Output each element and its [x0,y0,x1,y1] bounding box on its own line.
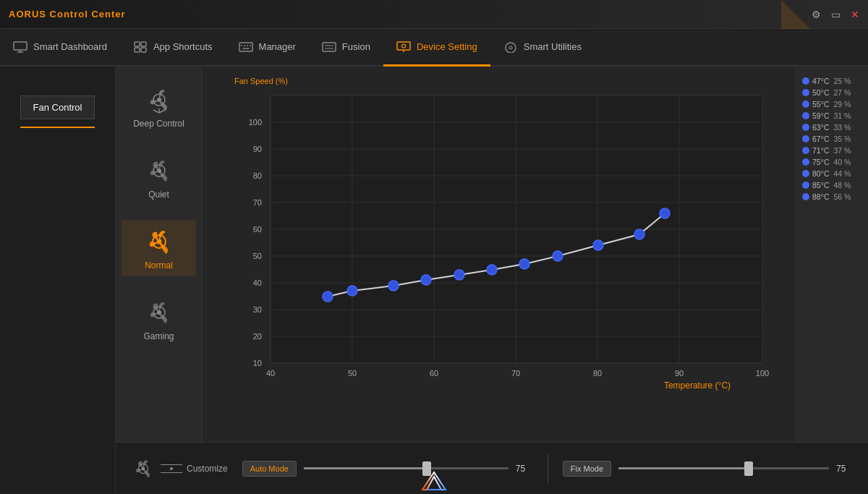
tab-fusion-label: Fusion [342,41,370,52]
point-0 [323,291,333,302]
legend-item-0: 47°C 25 % [802,77,862,85]
svg-line-25 [159,110,165,113]
point-7 [553,251,563,261]
legend-temp-8: 80°C [812,169,829,178]
svg-point-69 [142,467,145,470]
legend-item-4: 63°C 33 % [802,123,862,132]
svg-text:90: 90 [675,369,684,378]
svg-text:50: 50 [348,369,357,378]
svg-point-31 [157,310,161,315]
legend-dot-6 [802,147,809,154]
main-layout: Fan Control [0,67,868,494]
point-10 [660,208,670,218]
keyboard-icon [239,41,253,53]
legend-item-10: 88°C 56 % [802,192,862,201]
legend-speed-2: 29 % [833,100,851,108]
svg-text:100: 100 [756,369,769,378]
fan-mode-quiet[interactable]: Quiet [122,149,196,205]
point-2 [388,281,399,291]
fix-mode-button[interactable]: Fix Mode [563,461,611,477]
legend-speed-7: 40 % [833,158,851,166]
svg-point-19 [506,43,516,53]
legend-speed-0: 25 % [833,77,851,85]
legend-item-5: 67°C 35 % [802,135,862,143]
content-area: Deep Control Quiet [116,67,868,494]
svg-text:50: 50 [253,252,262,260]
tab-smart-utilities-label: Smart Utilities [524,41,582,52]
legend-temp-9: 85°C [812,181,829,189]
svg-text:10: 10 [253,359,262,367]
tab-device-setting-label: Device Setting [417,41,477,52]
sidebar-underline [20,127,95,128]
legend-dot-4 [802,124,809,131]
legend-item-8: 80°C 44 % [802,169,862,178]
svg-text:Temperature (°C): Temperature (°C) [664,380,731,391]
point-3 [421,275,431,285]
svg-point-22 [157,98,161,102]
point-4 [454,270,464,280]
svg-rect-4 [141,42,146,46]
point-6 [519,259,529,269]
tab-smart-dashboard[interactable]: Smart Dashboard [0,29,120,67]
legend-temp-0: 47°C [812,77,829,85]
bottom-bar: Customize Auto Mode 75 Fix Mode [116,442,868,494]
fix-slider-thumb[interactable] [744,461,753,476]
legend-item-9: 85°C 48 % [802,181,862,189]
fan-mode-deep-control[interactable]: Deep Control [122,78,196,135]
legend-panel: 47°C 25 % 50°C 27 % 55°C 29 % 59°C 31 % [796,67,868,442]
tab-smart-utilities[interactable]: Smart Utilities [490,29,595,67]
legend-temp-6: 71°C [812,146,829,155]
svg-text:40: 40 [253,278,262,287]
fix-mode-slider[interactable] [618,467,829,469]
tab-fusion[interactable]: Fusion [309,29,383,67]
legend-item-7: 75°C 40 % [802,158,862,166]
point-1 [347,286,357,296]
svg-text:60: 60 [253,225,262,234]
monitor2-icon [396,41,411,53]
fan-mode-normal[interactable]: Normal [122,220,196,276]
legend-temp-3: 59°C [812,111,829,120]
legend-speed-8: 44 % [833,169,851,178]
auto-mode-value: 75 [516,464,533,474]
legend-dot-10 [802,193,809,200]
svg-rect-0 [14,42,27,50]
tab-smart-dashboard-label: Smart Dashboard [33,41,107,52]
settings-icon[interactable]: ⚙ [812,9,821,20]
chart-section: Fan Speed (%) [203,67,796,442]
svg-text:30: 30 [253,305,262,314]
fan-mode-panel: Deep Control Quiet [116,67,203,442]
legend-dot-2 [802,101,809,108]
tab-device-setting[interactable]: Device Setting [383,29,490,67]
svg-text:80: 80 [593,369,602,378]
legend-speed-6: 37 % [833,146,851,155]
auto-mode-slider[interactable] [304,467,509,469]
legend-dot-1 [802,89,809,96]
auto-mode-button[interactable]: Auto Mode [242,461,297,477]
fix-mode-value: 75 [836,464,854,474]
deep-control-label: Deep Control [133,119,184,129]
auto-slider-container [304,467,509,469]
minimize-icon[interactable]: ▭ [831,9,841,20]
legend-temp-4: 63°C [812,123,829,132]
close-icon[interactable]: ✕ [851,9,859,20]
chart-container: 100 90 80 70 60 50 40 30 20 10 40 50 60 [234,88,784,392]
tab-app-shortcuts[interactable]: App Shortcuts [120,29,226,67]
svg-rect-3 [135,42,140,46]
keyboard2-icon [322,41,336,53]
middle-section: Deep Control Quiet [116,67,868,442]
sidebar: Fan Control [0,67,116,494]
legend-item-6: 71°C 37 % [802,146,862,155]
svg-point-27 [157,169,161,173]
tab-manager[interactable]: Manager [226,29,309,67]
window-controls: ⚙ ▭ ✕ [812,9,859,20]
legend-speed-4: 33 % [833,123,851,132]
legend-speed-1: 27 % [833,88,851,97]
fan-mode-gaming[interactable]: Gaming [122,291,196,347]
auto-mode-section: Auto Mode 75 [242,461,533,477]
svg-rect-13 [323,43,336,51]
tab-app-shortcuts-label: App Shortcuts [153,41,213,52]
fix-slider-container [618,467,829,469]
svg-rect-6 [141,48,146,52]
normal-label: Normal [145,260,173,271]
legend-dot-0 [802,77,809,85]
